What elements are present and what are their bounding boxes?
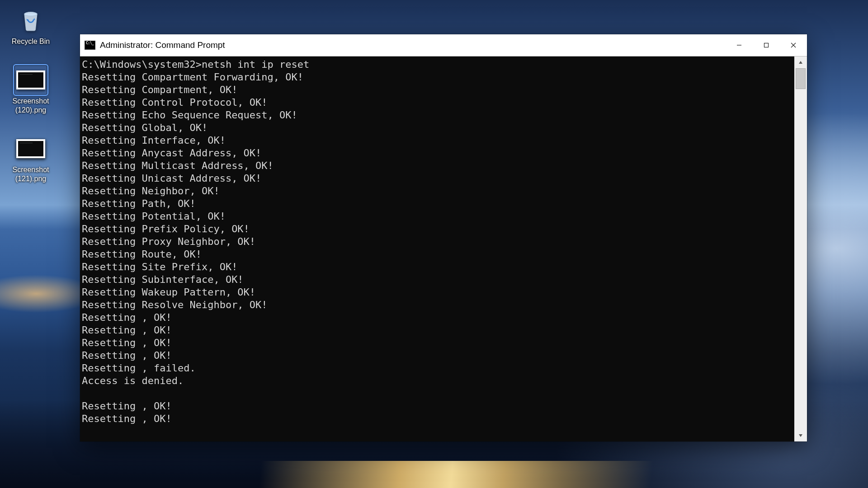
console-line: Access is denied. (80, 375, 794, 387)
console-line: Resetting Route, OK! (80, 248, 794, 261)
scroll-up-arrow-icon[interactable] (794, 56, 807, 68)
console-line: Resetting Neighbor, OK! (80, 185, 794, 197)
console-line: Resetting , OK! (80, 311, 794, 324)
desktop-icon-screenshot-120[interactable]: Screenshot (120).png (6, 63, 55, 119)
console-line: Resetting , failed. (80, 362, 794, 375)
console-line: Resetting , OK! (80, 337, 794, 349)
console-line: Resetting Wakeup Pattern, OK! (80, 286, 794, 299)
console-line: Resetting Proxy Neighbor, OK! (80, 235, 794, 248)
console-line: Resetting Compartment, OK! (80, 84, 794, 96)
desktop-icon-label: Screenshot (121).png (6, 165, 55, 183)
recycle-bin-icon (15, 6, 47, 34)
scrollbar-track[interactable] (794, 68, 807, 430)
command-prompt-window[interactable]: Administrator: Command Prompt C:\Windows… (80, 34, 807, 441)
console-line: Resetting , OK! (80, 413, 794, 425)
scrollbar-thumb[interactable] (796, 68, 806, 89)
window-controls (726, 34, 807, 56)
console-line: Resetting Global, OK! (80, 122, 794, 134)
console-line: Resetting Subinterface, OK! (80, 273, 794, 286)
prompt-line: C:\Windows\system32>netsh int ip reset (80, 58, 794, 71)
console-line: Resetting Multicast Address, OK! (80, 160, 794, 172)
titlebar[interactable]: Administrator: Command Prompt (80, 34, 807, 56)
console-line: Resetting Echo Sequence Request, OK! (80, 109, 794, 122)
console-line: Resetting Anycast Address, OK! (80, 147, 794, 160)
image-file-icon (15, 66, 47, 94)
svg-rect-2 (764, 43, 769, 47)
desktop-icon-screenshot-121[interactable]: Screenshot (121).png (6, 132, 55, 188)
maximize-button[interactable] (753, 34, 780, 56)
vertical-scrollbar[interactable] (794, 56, 807, 441)
scroll-down-arrow-icon[interactable] (794, 430, 807, 441)
desktop-icon-label: Screenshot (120).png (6, 97, 55, 115)
minimize-button[interactable] (726, 34, 753, 56)
console-line: Resetting Prefix Policy, OK! (80, 223, 794, 235)
console-line: Resetting Potential, OK! (80, 210, 794, 223)
console-line: Resetting , OK! (80, 349, 794, 362)
console-line: Resetting , OK! (80, 324, 794, 337)
close-button[interactable] (780, 34, 807, 56)
desktop-icon-label: Recycle Bin (6, 37, 55, 46)
window-title: Administrator: Command Prompt (100, 40, 726, 50)
desktop-icon-recycle-bin[interactable]: Recycle Bin (6, 4, 55, 51)
console-line: Resetting Control Protocol, OK! (80, 96, 794, 109)
console-area[interactable]: C:\Windows\system32>netsh int ip resetRe… (80, 56, 807, 441)
console-line (80, 387, 794, 400)
console-line: Resetting Path, OK! (80, 197, 794, 210)
image-file-icon (15, 135, 47, 163)
console-line: Resetting Site Prefix, OK! (80, 261, 794, 273)
cmd-app-icon (85, 41, 95, 50)
console-line: Resetting Resolve Neighbor, OK! (80, 299, 794, 311)
console-output[interactable]: C:\Windows\system32>netsh int ip resetRe… (80, 56, 794, 441)
console-line: Resetting , OK! (80, 400, 794, 413)
console-line: Resetting Interface, OK! (80, 134, 794, 147)
console-line: Resetting Compartment Forwarding, OK! (80, 71, 794, 84)
desktop-icons: Recycle Bin Screenshot (120).png Screens… (6, 4, 61, 201)
svg-point-0 (24, 12, 37, 16)
console-line: Resetting Unicast Address, OK! (80, 172, 794, 185)
